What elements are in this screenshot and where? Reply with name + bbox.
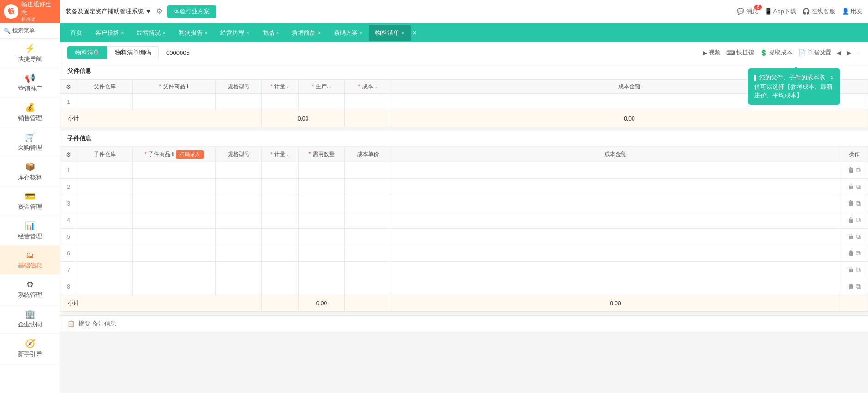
trial-button[interactable]: 体验行业方案 xyxy=(167,5,216,18)
sidebar-item-system[interactable]: ⚙ 系统管理 xyxy=(0,275,60,304)
parent-row-cost[interactable] xyxy=(345,94,391,110)
copy-icon[interactable]: ⧉ xyxy=(856,266,861,274)
child-row-1-spec[interactable] xyxy=(216,162,262,179)
tab-goods[interactable]: 商品 × xyxy=(256,25,285,41)
message-button[interactable]: 💬 消息 6 xyxy=(737,7,758,16)
sales-icon: 💰 xyxy=(25,103,35,113)
delete-icon[interactable]: 🗑 xyxy=(848,283,854,290)
sidebar-item-sales[interactable]: 💰 销售管理 xyxy=(0,98,60,127)
child-section-title: 子件信息 xyxy=(60,131,868,147)
cost-action[interactable]: 💲 提取成本 xyxy=(760,48,793,57)
sidebar-item-enterprise[interactable]: 🏢 企业协同 xyxy=(0,304,60,334)
topbar: 装备及固定资产辅助管理系统 ▼ ⚙ 体验行业方案 💬 消息 6 📱 App下载 … xyxy=(60,0,868,23)
shortcut-action[interactable]: ⌨ 快捷键 xyxy=(726,48,754,57)
tab-close-icon[interactable]: × xyxy=(276,30,279,36)
child-row-2-unit[interactable] xyxy=(262,179,299,195)
parent-subtotal-qty: 0.00 xyxy=(262,110,345,127)
tab-close-icon[interactable]: × xyxy=(163,30,165,36)
settings-action[interactable]: 📄 单据设置 xyxy=(798,48,831,57)
online-service-button[interactable]: 🎧 在线客服 xyxy=(802,7,835,16)
parent-row-warehouse[interactable] xyxy=(77,94,133,110)
delete-icon[interactable]: 🗑 xyxy=(848,200,854,207)
tab-bom[interactable]: 物料清单 × xyxy=(369,25,410,41)
child-row-2-qty[interactable] xyxy=(299,179,345,195)
tab-new-goods[interactable]: 新增商品 × xyxy=(285,25,327,41)
tab-barcode[interactable]: 条码方案 × xyxy=(327,25,369,41)
menu-icon[interactable]: ≡ xyxy=(857,49,861,56)
copy-icon[interactable]: ⧉ xyxy=(856,216,861,224)
copy-icon[interactable]: ⧉ xyxy=(856,166,861,174)
child-row-1-price[interactable] xyxy=(345,162,391,179)
tab-customer[interactable]: 客户联络 × xyxy=(89,25,130,41)
tooltip-close-button[interactable]: × xyxy=(830,73,834,82)
copy-icon[interactable]: ⧉ xyxy=(856,249,861,257)
delete-icon[interactable]: 🗑 xyxy=(848,266,854,274)
prev-icon[interactable]: ◀ xyxy=(837,49,841,56)
next-icon[interactable]: ▶ xyxy=(847,49,851,56)
parent-row-product[interactable] xyxy=(133,94,216,110)
sidebar-item-guide[interactable]: 🧭 新手引导 xyxy=(0,334,60,363)
copy-icon[interactable]: ⧉ xyxy=(856,183,861,191)
tab-home[interactable]: 首页 xyxy=(64,25,89,41)
view-action[interactable]: ▶ 视频 xyxy=(703,48,721,57)
delete-icon[interactable]: 🗑 xyxy=(848,183,854,191)
settings-icon[interactable]: ⚙ xyxy=(156,7,163,16)
child-row-2-spec[interactable] xyxy=(216,179,262,195)
parent-row-unit[interactable] xyxy=(262,94,299,110)
tab-close-icon[interactable]: × xyxy=(121,30,124,36)
child-table: ⚙ 子件仓库 * 子件商品 ℹ 扫码录入 规格型号 * 计量... * 需用数量… xyxy=(60,147,868,312)
sidebar-item-label: 企业协同 xyxy=(18,320,42,329)
sidebar-item-purchase[interactable]: 🛒 采购管理 xyxy=(0,127,60,157)
tab-history[interactable]: 经营历程 × xyxy=(214,25,255,41)
system-selector[interactable]: 装备及固定资产辅助管理系统 ▼ xyxy=(66,7,151,16)
tab-close-icon[interactable]: × xyxy=(401,30,404,36)
sidebar-item-operation[interactable]: 📊 经营管理 xyxy=(0,216,60,246)
child-row-2-price[interactable] xyxy=(345,179,391,195)
scan-input-button[interactable]: 扫码录入 xyxy=(176,150,204,159)
delete-icon[interactable]: 🗑 xyxy=(848,166,854,174)
delete-icon[interactable]: 🗑 xyxy=(848,216,854,224)
child-col-settings[interactable]: ⚙ xyxy=(60,147,77,162)
bom-code: 0000005 xyxy=(166,49,190,56)
close-all-tabs-icon[interactable]: × xyxy=(413,29,416,36)
app-download-button[interactable]: 📱 App下载 xyxy=(765,7,796,16)
tab-profit[interactable]: 利润报告 × xyxy=(172,25,214,41)
tab-close-icon[interactable]: × xyxy=(205,30,207,36)
child-row-2-product[interactable] xyxy=(133,179,216,195)
tab-operation-status[interactable]: 经营情况 × xyxy=(130,25,172,41)
child-col-unit: * 计量... xyxy=(262,147,299,162)
child-col-unit-price: 成本单价 xyxy=(345,147,391,162)
sub-tab-bom-code[interactable]: 物料清单编码 xyxy=(107,46,159,59)
sidebar-item-quick-nav[interactable]: ⚡ 快捷导航 xyxy=(0,39,60,68)
tab-close-icon[interactable]: × xyxy=(246,30,249,36)
copy-icon[interactable]: ⧉ xyxy=(856,283,861,290)
child-row-2-warehouse[interactable] xyxy=(77,179,133,195)
tab-close-icon[interactable]: × xyxy=(360,30,362,36)
parent-subtotal-amount: 0.00 xyxy=(391,110,868,127)
tab-close-icon[interactable]: × xyxy=(318,30,320,36)
search-menu[interactable]: 🔍 搜索菜单 xyxy=(0,23,60,39)
parent-row-spec[interactable] xyxy=(216,94,262,110)
child-row-1-product[interactable] xyxy=(133,162,216,179)
sidebar-item-label: 系统管理 xyxy=(18,291,42,299)
parent-row-produce[interactable] xyxy=(299,94,345,110)
child-row-1-warehouse[interactable] xyxy=(77,162,133,179)
sidebar-item-label: 经营管理 xyxy=(18,232,42,241)
delete-icon[interactable]: 🗑 xyxy=(848,233,854,241)
copy-icon[interactable]: ⧉ xyxy=(856,233,861,241)
sidebar-item-inventory[interactable]: 📦 库存核算 xyxy=(0,157,60,187)
sidebar-item-marketing[interactable]: 📢 营销推广 xyxy=(0,68,60,98)
table-row: 8 🗑⧉ xyxy=(60,278,868,295)
sidebar-item-basic-info[interactable]: 🗂 基础信息 xyxy=(0,246,60,275)
copy-icon[interactable]: ⧉ xyxy=(856,200,861,207)
sidebar-item-finance[interactable]: 💳 资金管理 xyxy=(0,187,60,216)
user-button[interactable]: 👤 用友 xyxy=(842,7,862,16)
child-row-1-qty[interactable] xyxy=(299,162,345,179)
parent-col-settings[interactable]: ⚙ xyxy=(60,80,77,94)
table-row: 7 🗑⧉ xyxy=(60,262,868,278)
sidebar-item-label: 采购管理 xyxy=(18,144,42,152)
sub-tab-bom-list[interactable]: 物料清单 xyxy=(67,46,107,59)
delete-icon[interactable]: 🗑 xyxy=(848,249,854,257)
main-area: 装备及固定资产辅助管理系统 ▼ ⚙ 体验行业方案 💬 消息 6 📱 App下载 … xyxy=(60,0,868,393)
child-row-1-unit[interactable] xyxy=(262,162,299,179)
